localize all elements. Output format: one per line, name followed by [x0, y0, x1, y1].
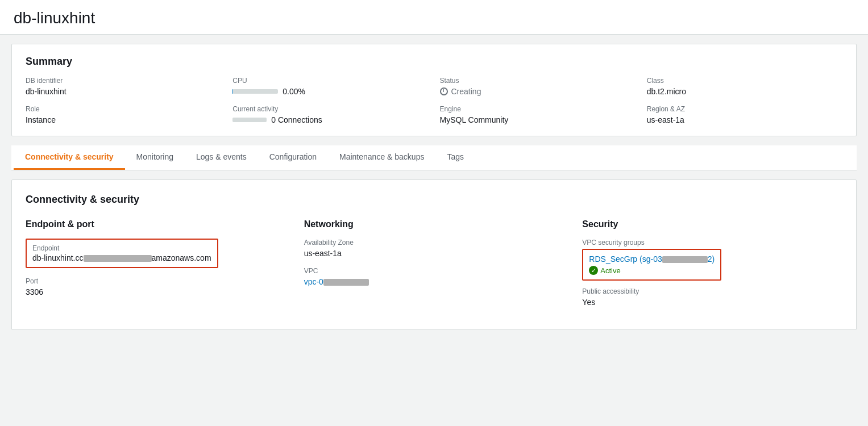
connectivity-grid: Endpoint & port Endpoint db-linuxhint.cc…: [26, 219, 842, 316]
endpoint-port-heading: Endpoint & port: [26, 219, 286, 229]
summary-heading: Summary: [26, 56, 842, 68]
tab-connectivity[interactable]: Connectivity & security: [14, 145, 125, 170]
class-item: Class db.t2.micro: [647, 77, 842, 96]
current-activity-item: Current activity 0 Connections: [232, 105, 428, 124]
connections-value: 0 Connections: [271, 115, 322, 124]
security-group-box: RDS_SecGrp (sg-032) ✓ Active: [582, 249, 721, 281]
clock-icon: [440, 87, 448, 95]
tabs-section: Connectivity & security Monitoring Logs …: [11, 145, 857, 170]
cpu-value: 0.00%: [283, 87, 305, 96]
active-check-icon: ✓: [589, 266, 598, 275]
vpc-label: VPC: [304, 267, 564, 275]
port-label: Port: [26, 277, 286, 285]
engine-value: MySQL Community: [440, 115, 636, 124]
role-value: Instance: [26, 115, 221, 124]
region-az-label: Region & AZ: [647, 105, 842, 113]
public-accessibility-value: Yes: [582, 298, 842, 307]
tabs-list: Connectivity & security Monitoring Logs …: [14, 145, 854, 170]
db-identifier-item: DB identifier db-linuxhint: [26, 77, 221, 96]
role-item: Role Instance: [26, 105, 221, 124]
page-header: db-linuxhint: [0, 0, 868, 35]
cpu-label: CPU: [232, 77, 428, 85]
connections-bar: [232, 118, 267, 122]
connectivity-section-title: Connectivity & security: [26, 194, 842, 206]
security-column: Security VPC security groups RDS_SecGrp …: [582, 219, 842, 316]
connections-container: 0 Connections: [232, 115, 428, 124]
cpu-bar-fill: [232, 89, 233, 94]
endpoint-value: db-linuxhint.ccamazonaws.com: [32, 253, 211, 262]
endpoint-label: Endpoint: [32, 244, 211, 252]
summary-grid: DB identifier db-linuxhint CPU 0.00% Sta…: [26, 77, 842, 124]
availability-zone-label: Availability Zone: [304, 239, 564, 247]
sg-blurred: [662, 256, 708, 263]
endpoint-port-column: Endpoint & port Endpoint db-linuxhint.cc…: [26, 219, 286, 316]
status-value: Creating: [440, 87, 636, 96]
vpc-security-groups-label: VPC security groups: [582, 239, 842, 247]
cpu-bar: [232, 89, 278, 94]
tab-monitoring[interactable]: Monitoring: [125, 145, 185, 170]
status-item: Status Creating: [440, 77, 636, 96]
port-value: 3306: [26, 287, 286, 296]
engine-item: Engine MySQL Community: [440, 105, 636, 124]
tab-logs[interactable]: Logs & events: [185, 145, 258, 170]
vpc-link[interactable]: vpc-0: [304, 277, 369, 286]
current-activity-label: Current activity: [232, 105, 428, 113]
cpu-bar-container: 0.00%: [232, 87, 428, 96]
endpoint-blurred: [84, 255, 152, 262]
summary-section: Summary DB identifier db-linuxhint CPU 0…: [11, 44, 857, 136]
networking-heading: Networking: [304, 219, 564, 229]
availability-zone-value: us-east-1a: [304, 249, 564, 258]
page-title: db-linuxhint: [14, 9, 854, 27]
class-label: Class: [647, 77, 842, 85]
db-identifier-label: DB identifier: [26, 77, 221, 85]
public-accessibility-label: Public accessibility: [582, 287, 842, 295]
tab-configuration[interactable]: Configuration: [258, 145, 328, 170]
networking-column: Networking Availability Zone us-east-1a …: [304, 219, 564, 316]
connectivity-content-section: Connectivity & security Endpoint & port …: [11, 179, 857, 330]
region-az-value: us-east-1a: [647, 115, 842, 124]
role-label: Role: [26, 105, 221, 113]
active-status: ✓ Active: [589, 266, 715, 275]
security-heading: Security: [582, 219, 842, 229]
tab-tags[interactable]: Tags: [435, 145, 475, 170]
cpu-item: CPU 0.00%: [232, 77, 428, 96]
tab-maintenance[interactable]: Maintenance & backups: [328, 145, 435, 170]
security-group-link[interactable]: RDS_SecGrp (sg-032): [589, 254, 715, 264]
engine-label: Engine: [440, 105, 636, 113]
db-identifier-value: db-linuxhint: [26, 87, 221, 96]
vpc-value: vpc-0: [304, 277, 564, 286]
region-az-item: Region & AZ us-east-1a: [647, 105, 842, 124]
active-label: Active: [600, 266, 620, 275]
vpc-blurred: [323, 279, 369, 286]
status-label: Status: [440, 77, 636, 85]
endpoint-box: Endpoint db-linuxhint.ccamazonaws.com: [26, 239, 218, 268]
class-value: db.t2.micro: [647, 87, 842, 96]
